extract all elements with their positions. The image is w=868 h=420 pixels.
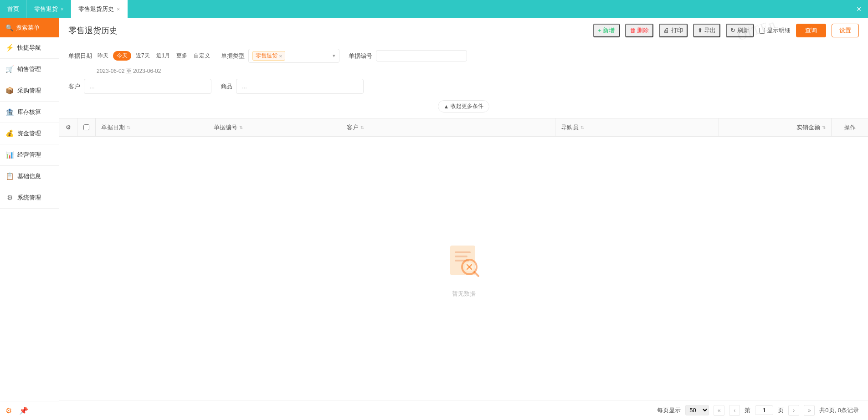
sidebar-pin-icon[interactable]: 📌 [19,406,28,415]
page-header: 零售退货历史 + 新增 🗑 删除 🖨 打印 ⬆ 导出 ↻ 刷新 显示明细 查询 … [59,18,868,43]
show-detail-checkbox-label[interactable]: 显示明细 [759,26,791,35]
sidebar: 🔍 搜索菜单 ⚡快捷导航🛒销售管理📦采购管理🏦库存核算💰资金管理📊经营管理📋基础… [0,18,59,420]
page-input[interactable] [755,405,773,415]
doctype-tag-close[interactable]: × [279,53,282,59]
show-detail-label: 显示明细 [767,26,791,35]
collapse-button[interactable]: ▲ 收起更多条件 [438,100,490,113]
settings-button[interactable]: 设置 [832,24,859,37]
next-page-button[interactable]: › [788,405,799,416]
page-title: 零售退货历史 [68,25,118,36]
doctype-chevron-icon: ▾ [333,53,335,59]
th-guide[interactable]: 导购员 ⇅ [555,118,719,136]
refresh-button[interactable]: ↻ 刷新 [726,24,754,37]
tab-close-retail-return[interactable]: × [61,6,63,12]
doctype-select[interactable]: 零售退货 × ▾ [248,49,339,63]
doctype-filter-label: 单据类型 [221,52,245,60]
tab-retail-return[interactable]: 零售退货 × [27,0,71,18]
tab-retail-return-history[interactable]: 零售退货历史 × [71,0,127,18]
menu-label-basic-info: 基础信息 [17,172,41,180]
th-amount[interactable]: 实销金额 ⇅ [719,118,832,136]
print-button[interactable]: 🖨 打印 [659,24,688,37]
date-shortcut-近7天[interactable]: 近7天 [134,51,152,61]
customer-select[interactable]: ... [84,79,211,94]
collapse-icon: ▲ [444,103,449,110]
delete-button[interactable]: 🗑 删除 [625,24,654,37]
sidebar-item-quick-nav[interactable]: ⚡快捷导航 [0,37,59,59]
sidebar-settings-icon[interactable]: ⚙ [5,406,12,415]
header-actions: + 新增 🗑 删除 🖨 打印 ⬆ 导出 ↻ 刷新 显示明细 查询 设置 [593,24,859,37]
date-shortcut-自定义[interactable]: 自定义 [192,51,212,61]
sidebar-item-inventory[interactable]: 🏦库存核算 [0,102,59,123]
sidebar-item-purchase-mgmt[interactable]: 📦采购管理 [0,80,59,102]
menu-label-inventory: 库存核算 [17,108,41,116]
th-date[interactable]: 单据日期 ⇅ [96,118,208,136]
per-page-select[interactable]: 2050100 [685,405,709,415]
filter-area: 单据日期 昨天今天近7天近1月更多自定义 单据类型 零售退货 × ▾ [59,43,868,118]
th-number-label: 单据编号 [214,123,237,132]
date-shortcut-昨天[interactable]: 昨天 [96,51,110,61]
query-button[interactable]: 查询 [796,24,826,37]
th-customer[interactable]: 客户 ⇅ [341,118,555,136]
settings-icon: ⚙ [66,124,71,131]
menu-label-sales-mgmt: 销售管理 [17,65,41,73]
per-page-label: 每页显示 [657,406,681,415]
menu-icon-system-mgmt: ⚙ [5,194,14,202]
sidebar-item-basic-info[interactable]: 📋基础信息 [0,166,59,187]
date-shortcut-更多[interactable]: 更多 [175,51,189,61]
menu-label-finance: 资金管理 [17,129,41,138]
menu-label-quick-nav: 快捷导航 [17,44,41,52]
customer-filter: 客户 ... [68,79,211,94]
docnumber-filter-label: 单据编号 [349,52,372,60]
new-button[interactable]: + 新增 [593,24,619,37]
empty-text: 暂无数据 [452,290,476,298]
th-number-sort-icon: ⇅ [239,125,243,130]
th-customer-label: 客户 [347,123,359,132]
last-page-button[interactable]: » [804,405,815,416]
tab-close-retail-return-history[interactable]: × [117,6,119,12]
doctype-filter: 单据类型 零售退货 × ▾ [221,49,339,63]
goods-filter: 商品 ... [221,79,364,94]
date-filter: 单据日期 昨天今天近7天近1月更多自定义 [68,51,212,61]
sidebar-item-operation[interactable]: 📊经营管理 [0,144,59,166]
menu-icon-sales-mgmt: 🛒 [5,65,14,73]
th-date-label: 单据日期 [101,123,125,132]
th-number[interactable]: 单据编号 ⇅ [208,118,341,136]
tab-home[interactable]: 首页 [0,0,27,18]
menu-icon-purchase-mgmt: 📦 [5,87,14,95]
th-guide-label: 导购员 [561,123,579,132]
goods-select[interactable]: ... [236,79,364,94]
sidebar-item-sales-mgmt[interactable]: 🛒销售管理 [0,59,59,80]
page-suffix: 页 [778,406,784,415]
goods-filter-label: 商品 [221,82,232,91]
th-customer-sort-icon: ⇅ [360,125,364,130]
th-amount-sort-icon: ⇅ [822,125,826,130]
top-bar: 首页零售退货 ×零售退货历史 × × [0,0,868,18]
menu-label-operation: 经营管理 [17,151,41,159]
first-page-button[interactable]: « [714,405,724,416]
date-shortcut-今天[interactable]: 今天 [113,51,131,61]
customer-ellipsis[interactable]: ... [88,81,97,92]
date-range-display: 2023-06-02 至 2023-06-02 [97,67,859,75]
total-info: 共0页, 0条记录 [819,406,859,415]
filter-row-1: 单据日期 昨天今天近7天近1月更多自定义 单据类型 零售退货 × ▾ [68,49,859,63]
th-date-sort-icon: ⇅ [127,125,130,130]
page-label: 第 [745,406,750,415]
sidebar-search-button[interactable]: 🔍 搜索菜单 [0,18,59,37]
sidebar-item-finance[interactable]: 💰资金管理 [0,123,59,144]
menu-icon-finance: 💰 [5,129,14,138]
date-filter-label: 单据日期 [68,52,92,60]
show-detail-checkbox[interactable] [759,28,765,34]
sidebar-item-system-mgmt[interactable]: ⚙系统管理 [0,187,59,209]
export-button[interactable]: ⬆ 导出 [693,24,721,37]
select-all-checkbox[interactable] [83,124,89,130]
th-settings[interactable]: ⚙ [59,118,77,136]
th-check[interactable] [77,118,96,136]
goods-ellipsis[interactable]: ... [240,81,249,92]
prev-page-button[interactable]: ‹ [729,405,740,416]
customer-filter-label: 客户 [68,82,80,91]
docnumber-input[interactable] [376,50,467,61]
date-shortcut-近1月[interactable]: 近1月 [154,51,172,61]
window-close-button[interactable]: × [850,0,868,18]
filter-row-2: 客户 ... 商品 ... [68,79,859,94]
table-header: ⚙ 单据日期 ⇅ 单据编号 ⇅ 客户 ⇅ 导购员 [59,118,868,137]
